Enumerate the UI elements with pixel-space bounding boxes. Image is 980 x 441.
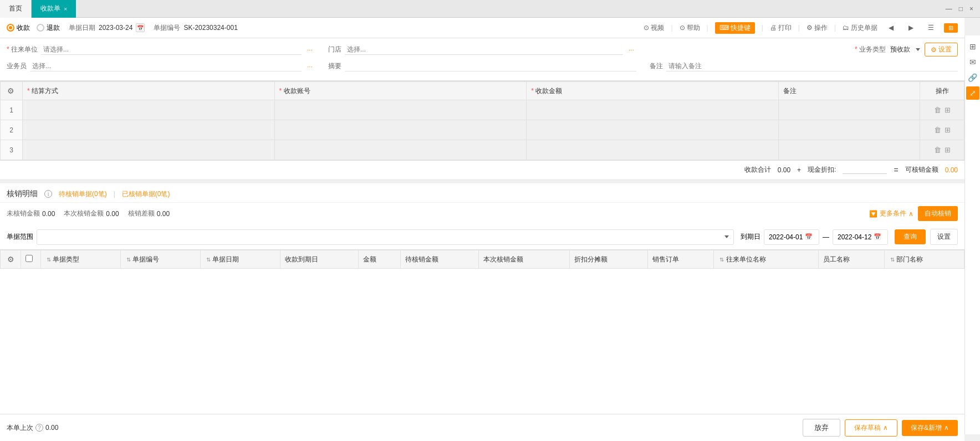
- video-link[interactable]: ⊙ 视频: [644, 23, 664, 33]
- date-start-input[interactable]: 2022-04-01 📅: [764, 229, 819, 245]
- pending-tab[interactable]: 待核销单据(0笔): [59, 189, 107, 199]
- partner-field: 往来单位 ···: [7, 44, 315, 55]
- row-3-account[interactable]: [274, 140, 527, 160]
- receipt-radio[interactable]: 收款: [7, 23, 30, 33]
- row-1-settlement[interactable]: [23, 100, 275, 120]
- store-input[interactable]: [345, 44, 623, 55]
- summary-input[interactable]: [345, 61, 636, 71]
- row-1-delete-icon[interactable]: 🗑: [934, 106, 941, 114]
- discount-label: 现金折扣:: [808, 165, 836, 175]
- grid-view-button[interactable]: ⊞: [944, 23, 958, 33]
- row-2-account[interactable]: [274, 120, 527, 140]
- table-row: 1 🗑 ⊞: [1, 100, 964, 120]
- row-1-num: 1: [1, 100, 23, 120]
- date-calendar-icon[interactable]: 📅: [136, 23, 145, 32]
- bottom-bar: 本单上次 ? 0.00 放弃 保存草稿 ∧ 保存&新增 ∧: [0, 414, 964, 441]
- note-input[interactable]: [666, 61, 958, 71]
- close-button[interactable]: ×: [967, 4, 976, 14]
- row-3-copy-icon[interactable]: ⊞: [945, 146, 951, 154]
- query-button[interactable]: 查询: [895, 229, 926, 244]
- minimize-button[interactable]: —: [943, 4, 955, 14]
- current-amount-col-header: 本次核销金额: [479, 250, 570, 269]
- print-label: 打印: [778, 23, 792, 33]
- nav-next-icon[interactable]: ▶: [904, 21, 917, 34]
- help-link[interactable]: ⊙ 帮助: [680, 23, 700, 33]
- bottom-info-icon[interactable]: ?: [35, 424, 43, 432]
- amount-col2-header: 金额: [359, 250, 400, 269]
- row-2-num: 2: [1, 120, 23, 140]
- sidebar-mail-icon[interactable]: ✉: [966, 55, 979, 69]
- table-settings-icon[interactable]: ⚙: [5, 85, 16, 96]
- row-2-copy-icon[interactable]: ⊞: [945, 126, 951, 134]
- row-3-delete-icon[interactable]: 🗑: [934, 146, 941, 154]
- settings-col-header: ⚙: [1, 82, 23, 100]
- maximize-button[interactable]: □: [957, 4, 965, 14]
- sidebar-expand-icon[interactable]: ⤢: [966, 86, 979, 100]
- row-2-amount[interactable]: [527, 120, 779, 140]
- date-end-input[interactable]: 2022-04-12 📅: [833, 229, 888, 245]
- unreconciled-label: 未核销金额: [7, 209, 40, 218]
- receipt-table-container: ⚙ 结算方式 收款账号 收款金额 备注: [0, 81, 964, 160]
- nav-prev-icon[interactable]: ◀: [884, 21, 897, 34]
- form-area: 往来单位 ··· 门店 ··· 业务类型 预收款 ⚙ 设: [0, 38, 964, 81]
- business-type-chevron-icon[interactable]: [916, 48, 920, 51]
- tab-home[interactable]: 首页: [0, 0, 32, 18]
- filter-settings-button[interactable]: 设置: [930, 229, 958, 245]
- sidebar-table-icon[interactable]: ⊞: [966, 40, 979, 53]
- partner-more-icon[interactable]: ···: [305, 46, 315, 54]
- refund-radio-dot: [37, 24, 44, 32]
- tab-close-icon[interactable]: ×: [64, 6, 67, 12]
- staff-more-icon[interactable]: ···: [305, 63, 315, 70]
- partner-name-col-header: ⇅ 往来单位名称: [714, 250, 818, 269]
- row-3-amount[interactable]: [527, 140, 779, 160]
- sales-order-label: 销售订单: [652, 255, 679, 263]
- check-all-col[interactable]: [21, 250, 41, 269]
- row-2-settlement[interactable]: [23, 120, 275, 140]
- print-icon: 🖨: [770, 24, 777, 32]
- row-1-remark[interactable]: [778, 100, 920, 120]
- reconcile-info-icon[interactable]: i: [44, 190, 52, 198]
- doc-type-label: 单据类型: [53, 255, 79, 263]
- total-label: 收款合计: [744, 165, 771, 175]
- sidebar-link-icon[interactable]: 🔗: [966, 71, 979, 84]
- discount-col-header: 折扣分摊额: [569, 250, 647, 269]
- row-2-remark[interactable]: [778, 120, 920, 140]
- range-select[interactable]: [37, 229, 734, 245]
- discount-input[interactable]: [843, 166, 887, 174]
- check-all-checkbox[interactable]: [25, 255, 33, 262]
- shortcut-button[interactable]: ⌨ 快捷键: [715, 22, 755, 34]
- abandon-button[interactable]: 放弃: [803, 419, 840, 437]
- list-view-icon[interactable]: ☰: [924, 21, 937, 34]
- save-draft-button[interactable]: 保存草稿 ∧: [845, 419, 897, 437]
- table-header-row: ⚙ 结算方式 收款账号 收款金额 备注: [1, 82, 964, 100]
- save-new-label: 保存&新增: [911, 423, 942, 433]
- tab-home-label: 首页: [9, 4, 22, 13]
- more-conditions-link[interactable]: 🔽 更多条件 ∧: [869, 209, 913, 218]
- row-2-delete-icon[interactable]: 🗑: [934, 126, 941, 134]
- operations-link[interactable]: ⚙ 操作: [807, 23, 828, 33]
- print-link[interactable]: 🖨 打印: [770, 23, 792, 33]
- reconcile-table-settings-icon[interactable]: ⚙: [5, 254, 16, 265]
- staff-label: 业务员: [7, 61, 27, 71]
- row-3-settlement[interactable]: [23, 140, 275, 160]
- row-3-remark[interactable]: [778, 140, 920, 160]
- save-new-chevron-icon: ∧: [944, 424, 949, 432]
- staff-input[interactable]: [30, 61, 302, 71]
- summary-field: 摘要: [328, 61, 636, 71]
- business-type-field: 业务类型 预收款 ⚙ 设置: [650, 43, 958, 57]
- done-tab[interactable]: 已核销单据(0笔): [122, 189, 170, 199]
- history-link[interactable]: 🗂 历史单据: [843, 23, 877, 33]
- checkbox-col-header: ⚙: [1, 250, 21, 269]
- store-more-icon[interactable]: ···: [626, 46, 636, 54]
- partner-input[interactable]: [41, 44, 302, 55]
- auto-reconcile-button[interactable]: 自动核销: [918, 206, 958, 221]
- row-1-amount[interactable]: [527, 100, 779, 120]
- current-value: 0.00: [106, 210, 119, 218]
- row-1-copy-icon[interactable]: ⊞: [945, 106, 951, 114]
- save-new-button[interactable]: 保存&新增 ∧: [902, 420, 958, 436]
- tab-receipt[interactable]: 收款单 ×: [32, 0, 76, 18]
- settings-button[interactable]: ⚙ 设置: [925, 43, 958, 57]
- receipt-refund-toggle: 收款 退款: [7, 23, 60, 33]
- refund-radio[interactable]: 退款: [37, 23, 60, 33]
- row-1-account[interactable]: [274, 100, 527, 120]
